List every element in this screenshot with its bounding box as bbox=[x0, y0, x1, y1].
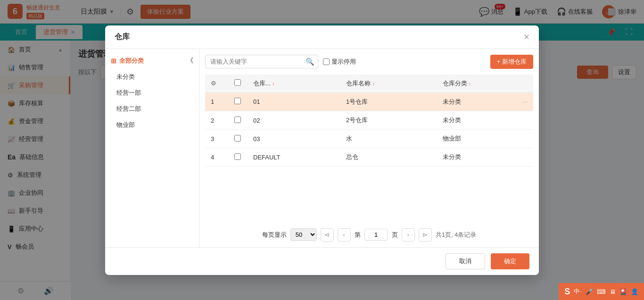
row1-code: 01 bbox=[248, 92, 340, 111]
row3-category: 物业部 bbox=[437, 130, 533, 148]
dialog-header: 仓库 × bbox=[105, 25, 539, 49]
grid-icon: ⊞ bbox=[111, 57, 116, 65]
keyboard-icon[interactable]: ⌨ bbox=[597, 288, 606, 295]
row2-checkbox[interactable] bbox=[234, 117, 241, 123]
dialog-body: ⊞ 全部分类 《 未分类 经营一部 经营二部 物业部 🔍 bbox=[105, 49, 539, 247]
per-page-label: 每页显示 bbox=[262, 231, 287, 239]
row4-code: DEFAULT bbox=[248, 148, 340, 167]
page-prev-button[interactable]: ‹ bbox=[338, 228, 351, 242]
monitor-icon[interactable]: 🖥 bbox=[610, 288, 616, 295]
row1-num: 1 bbox=[205, 92, 229, 111]
show-disabled-label: 显示停用 bbox=[331, 58, 356, 66]
status-bar: S 中· 🎤 ⌨ 🖥 🎴 👤 bbox=[559, 283, 644, 300]
row2-code: 02 bbox=[248, 111, 340, 130]
disabled-checkbox[interactable] bbox=[323, 58, 330, 65]
modal-overlay: 仓库 × ⊞ 全部分类 《 未分类 经营一部 经营二部 物业部 bbox=[0, 0, 644, 300]
tree-all-categories[interactable]: ⊞ 全部分类 《 bbox=[105, 53, 199, 69]
total-info: 共1页, 4条记录 bbox=[436, 231, 477, 239]
row2-category: 未分类 bbox=[437, 111, 533, 130]
page-input[interactable] bbox=[364, 229, 388, 241]
search-input[interactable] bbox=[205, 55, 318, 68]
dialog-title: 仓库 bbox=[115, 32, 130, 42]
col-name[interactable]: 仓库名称 ↕ bbox=[340, 75, 437, 93]
page-last-button[interactable]: ⊳ bbox=[419, 228, 432, 242]
dialog-close-button[interactable]: × bbox=[524, 32, 529, 42]
page-next-button[interactable]: › bbox=[402, 228, 415, 242]
row4-num: 4 bbox=[205, 148, 229, 167]
tree-item-ops2[interactable]: 经营二部 bbox=[105, 101, 199, 117]
select-all-checkbox[interactable] bbox=[234, 79, 241, 86]
confirm-button[interactable]: 确定 bbox=[491, 253, 529, 269]
table-toolbar: 🔍 显示停用 + 新增仓库 bbox=[205, 55, 533, 69]
row2-name: 2号仓库 bbox=[340, 111, 437, 130]
status-lang: 中· bbox=[574, 287, 582, 296]
status-logo: S bbox=[564, 287, 570, 297]
tree-item-property[interactable]: 物业部 bbox=[105, 117, 199, 133]
per-page-select[interactable]: 50 20 100 bbox=[290, 228, 317, 241]
table-row[interactable]: 2 02 2号仓库 未分类 bbox=[205, 111, 533, 130]
table-panel: 🔍 显示停用 + 新增仓库 ⚙ bbox=[199, 49, 539, 247]
tree-collapse-icon[interactable]: 《 bbox=[187, 57, 193, 65]
table-row[interactable]: 1 01 1号仓库 未分类 ··· bbox=[205, 92, 533, 111]
col-category[interactable]: 仓库分类 ↕ bbox=[437, 75, 533, 93]
page-label: 第 bbox=[355, 231, 361, 239]
dialog-footer: 取消 确定 bbox=[105, 247, 539, 275]
table-row[interactable]: 3 03 水 物业部 bbox=[205, 130, 533, 148]
person-icon[interactable]: 👤 bbox=[631, 288, 638, 295]
tree-item-uncategorized[interactable]: 未分类 bbox=[105, 69, 199, 85]
mic-icon[interactable]: 🎤 bbox=[586, 288, 593, 295]
row3-code: 03 bbox=[248, 130, 340, 148]
row2-num: 2 bbox=[205, 111, 229, 130]
page-first-button[interactable]: ⊲ bbox=[321, 228, 334, 242]
row1-checkbox[interactable] bbox=[234, 98, 241, 104]
row4-name: 总仓 bbox=[340, 148, 437, 167]
tree-item-ops1[interactable]: 经营一部 bbox=[105, 85, 199, 101]
page-suffix-label: 页 bbox=[392, 231, 398, 239]
add-warehouse-button[interactable]: + 新增仓库 bbox=[490, 55, 533, 69]
row1-name: 1号仓库 bbox=[340, 92, 437, 111]
row1-category: 未分类 ··· bbox=[437, 93, 533, 111]
row3-name: 水 bbox=[340, 130, 437, 148]
col-checkbox bbox=[229, 75, 248, 93]
row3-num: 3 bbox=[205, 130, 229, 148]
category-tree-panel: ⊞ 全部分类 《 未分类 经营一部 经营二部 物业部 bbox=[105, 49, 199, 247]
card-icon[interactable]: 🎴 bbox=[619, 288, 627, 295]
row1-more-icon[interactable]: ··· bbox=[522, 98, 528, 105]
cancel-button[interactable]: 取消 bbox=[446, 253, 485, 269]
table-row[interactable]: 4 DEFAULT 总仓 未分类 bbox=[205, 148, 533, 167]
row4-checkbox[interactable] bbox=[234, 153, 241, 160]
warehouse-dialog: 仓库 × ⊞ 全部分类 《 未分类 经营一部 经营二部 物业部 bbox=[105, 25, 539, 275]
pagination: 每页显示 50 20 100 ⊲ ‹ 第 页 › ⊳ 共1页, 4条记录 bbox=[205, 228, 533, 242]
search-icon[interactable]: 🔍 bbox=[305, 58, 314, 66]
tree-all-label: 全部分类 bbox=[119, 57, 144, 65]
col-settings: ⚙ bbox=[205, 75, 229, 93]
col-code[interactable]: 仓库... ↕ bbox=[248, 75, 340, 93]
warehouse-table: ⚙ 仓库... ↕ 仓库名称 ↕ 仓库分类 ↕ 1 01 bbox=[205, 75, 533, 167]
show-disabled-checkbox[interactable]: 显示停用 bbox=[323, 58, 356, 66]
row4-category: 未分类 bbox=[437, 148, 533, 167]
row3-checkbox[interactable] bbox=[234, 135, 241, 142]
